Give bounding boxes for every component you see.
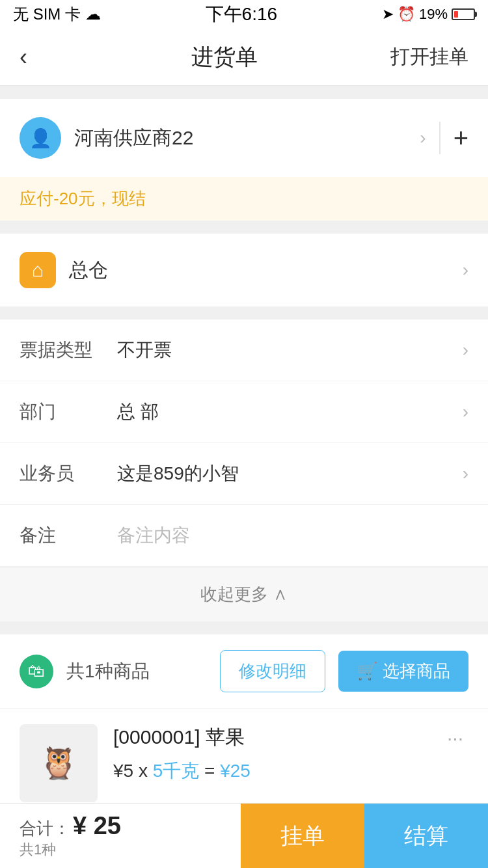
- product-header: 🛍 共1种商品 修改明细 🛒 选择商品: [0, 634, 488, 708]
- warehouse-icon: ⌂: [20, 252, 56, 288]
- open-hold-button[interactable]: 打开挂单: [390, 44, 468, 70]
- hold-button[interactable]: 挂单: [241, 804, 364, 868]
- nav-bar: ‹ 进货单 打开挂单: [0, 29, 488, 86]
- supplier-chevron-icon: ›: [420, 128, 426, 148]
- battery-icon: [452, 8, 475, 20]
- product-name: [0000001] 苹果: [113, 724, 426, 751]
- warehouse-row[interactable]: ⌂ 总仓 ›: [0, 234, 488, 306]
- supplier-avatar: 👤: [20, 117, 61, 159]
- select-product-button[interactable]: 🛒 选择商品: [338, 651, 468, 692]
- product-price: ¥5 x 5千克 = ¥25: [113, 759, 426, 783]
- location-icon: ➤: [382, 6, 394, 23]
- gap-4: [0, 621, 488, 634]
- total-amount: ¥ 25: [73, 812, 121, 840]
- warehouse-name: 总仓: [69, 257, 463, 284]
- checkout-button[interactable]: 结算: [364, 804, 488, 868]
- salesperson-value: 这是859的小智: [104, 461, 463, 486]
- product-thumbnail: 🦉: [20, 724, 98, 802]
- form-row-remark[interactable]: 备注 备注内容: [0, 505, 488, 567]
- total-label: 合计：: [20, 817, 70, 840]
- home-icon: ⌂: [32, 259, 44, 281]
- remark-label: 备注: [20, 523, 104, 548]
- owl-icon: 🦉: [39, 745, 78, 781]
- back-button[interactable]: ‹: [20, 44, 59, 71]
- product-info: [0000001] 苹果 ¥5 x 5千克 = ¥25: [113, 724, 426, 783]
- product-menu-button[interactable]: ···: [442, 724, 468, 752]
- gap-1: [0, 86, 488, 99]
- cart-icon: 🛒: [357, 661, 377, 681]
- supplier-divider: [439, 122, 441, 154]
- notice-bar: 应付-20元，现结: [0, 177, 488, 221]
- status-time: 下午6:16: [206, 2, 278, 27]
- bottom-bar: 合计： ¥ 25 共1种 挂单 结算: [0, 803, 488, 868]
- warehouse-chevron-icon: ›: [463, 260, 468, 280]
- supplier-row: 👤 河南供应商22 › +: [0, 99, 488, 177]
- form-card: 票据类型 不开票 › 部门 总 部 › 业务员 这是859的小智 › 备注 备注…: [0, 319, 488, 567]
- product-section: 🛍 共1种商品 修改明细 🛒 选择商品 🦉 [0000001] 苹果 ¥5 x …: [0, 634, 488, 818]
- gap-2: [0, 221, 488, 234]
- invoice-chevron-icon: ›: [463, 340, 468, 360]
- status-bar: 无 SIM 卡 ☁ 下午6:16 ➤ ⏰ 19%: [0, 0, 488, 29]
- total-text: ¥25: [220, 761, 251, 781]
- equals-text: =: [199, 761, 220, 781]
- dept-label: 部门: [20, 400, 104, 424]
- collapse-button[interactable]: 收起更多 ∧: [0, 567, 488, 621]
- supplier-card: 👤 河南供应商22 › + 应付-20元，现结: [0, 99, 488, 221]
- person-icon: 👤: [29, 128, 52, 149]
- salesperson-chevron-icon: ›: [463, 463, 468, 484]
- total-count: 共1种: [20, 840, 221, 860]
- salesperson-label: 业务员: [20, 461, 104, 486]
- battery-label: 19%: [419, 6, 448, 23]
- price-text: ¥5 x: [113, 761, 153, 781]
- status-right: ➤ ⏰ 19%: [382, 6, 475, 23]
- page-title: 进货单: [191, 42, 258, 72]
- alarm-icon: ⏰: [398, 6, 415, 23]
- sim-label: 无 SIM 卡 ☁: [13, 4, 101, 25]
- form-row-invoice[interactable]: 票据类型 不开票 ›: [0, 319, 488, 381]
- product-count-icon: 🛍: [20, 655, 53, 688]
- form-row-dept[interactable]: 部门 总 部 ›: [0, 381, 488, 443]
- product-count-label: 共1种商品: [66, 659, 207, 684]
- edit-detail-button[interactable]: 修改明细: [220, 650, 325, 692]
- product-code: [0000001]: [113, 726, 200, 748]
- invoice-value: 不开票: [104, 338, 463, 362]
- supplier-name: 河南供应商22: [74, 125, 420, 152]
- product-title: 苹果: [206, 726, 245, 748]
- dept-chevron-icon: ›: [463, 401, 468, 422]
- dept-value: 总 部: [104, 400, 463, 424]
- gap-3: [0, 306, 488, 319]
- bag-icon: 🛍: [28, 661, 45, 681]
- invoice-label: 票据类型: [20, 338, 104, 362]
- add-supplier-button[interactable]: +: [454, 124, 468, 153]
- select-product-label: 选择商品: [383, 660, 450, 683]
- remark-input[interactable]: 备注内容: [104, 523, 468, 548]
- total-section: 合计： ¥ 25 共1种: [0, 804, 241, 868]
- form-row-salesperson[interactable]: 业务员 这是859的小智 ›: [0, 443, 488, 505]
- warehouse-card: ⌂ 总仓 ›: [0, 234, 488, 306]
- product-item: 🦉 [0000001] 苹果 ¥5 x 5千克 = ¥25 ···: [0, 708, 488, 818]
- quantity-text: 5千克: [153, 761, 200, 781]
- status-left: 无 SIM 卡 ☁: [13, 4, 101, 25]
